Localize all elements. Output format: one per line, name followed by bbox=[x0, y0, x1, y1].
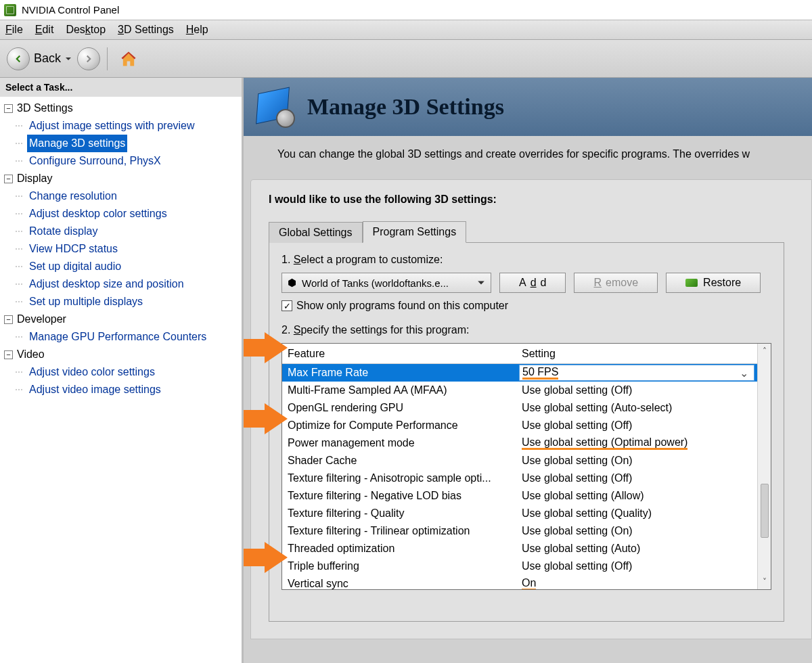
annotation-arrow-3 bbox=[244, 542, 288, 573]
table-row[interactable]: Texture filtering - QualityUse global se… bbox=[282, 505, 757, 522]
scroll-down-icon[interactable]: ˅ bbox=[760, 577, 769, 587]
menubar: File Edit Desktop 3D Settings Help bbox=[0, 20, 812, 40]
add-button[interactable]: Add bbox=[499, 273, 566, 293]
app-icon bbox=[4, 4, 16, 16]
tree-link[interactable]: Set up digital audio bbox=[27, 258, 123, 275]
tree-expander[interactable]: − bbox=[4, 315, 13, 324]
program-select-value: World of Tanks (worldoftanks.e... bbox=[302, 277, 449, 289]
tree-category[interactable]: 3D Settings bbox=[17, 99, 73, 117]
show-only-checkbox-row[interactable]: ✓ Show only programs found on this compu… bbox=[281, 300, 771, 312]
table-row[interactable]: Texture filtering - Trilinear optimizati… bbox=[282, 522, 757, 540]
remove-button[interactable]: Remove bbox=[574, 273, 658, 293]
table-row[interactable]: Shader CacheUse global setting (On) bbox=[282, 452, 757, 470]
toolbar-separator bbox=[107, 47, 108, 70]
tree-link[interactable]: View HDCP status bbox=[27, 240, 120, 258]
tree-link[interactable]: Adjust desktop size and position bbox=[27, 275, 186, 293]
table-header: Feature Setting bbox=[282, 344, 757, 364]
chevron-down-icon bbox=[477, 279, 485, 287]
menu-edit[interactable]: Edit bbox=[35, 24, 54, 36]
tab-body: 1. Select a program to customize: ⬢ Worl… bbox=[269, 243, 784, 622]
table-row[interactable]: Vertical syncOn bbox=[282, 575, 757, 589]
sidebar-title: Select a Task... bbox=[0, 78, 242, 97]
tree-link[interactable]: Adjust video color settings bbox=[27, 363, 157, 381]
task-tree: −3D SettingsAdjust image settings with p… bbox=[0, 97, 242, 398]
arrow-right-icon bbox=[83, 53, 95, 65]
back-button-group[interactable]: Back bbox=[7, 47, 72, 70]
titlebar: NVIDIA Control Panel bbox=[0, 0, 812, 20]
menu-help[interactable]: Help bbox=[186, 24, 208, 36]
tree-expander[interactable]: − bbox=[4, 104, 13, 113]
restore-button[interactable]: Restore bbox=[666, 273, 761, 293]
chevron-down-icon[interactable] bbox=[65, 55, 72, 62]
col-feature: Feature bbox=[282, 348, 519, 360]
page-header: Manage 3D Settings bbox=[244, 78, 812, 136]
home-icon bbox=[119, 49, 138, 68]
tree-link[interactable]: Adjust image settings with preview bbox=[27, 117, 197, 135]
window-title: NVIDIA Control Panel bbox=[22, 4, 119, 16]
page-header-icon bbox=[253, 86, 295, 128]
scrollbar[interactable]: ˄ ˅ bbox=[757, 344, 771, 589]
col-setting: Setting bbox=[519, 348, 757, 360]
tree-category[interactable]: Developer bbox=[17, 311, 66, 328]
tree-expander[interactable]: − bbox=[4, 350, 13, 359]
tab-global-settings[interactable]: Global Settings bbox=[269, 222, 363, 243]
table-row[interactable]: Multi-Frame Sampled AA (MFAA)Use global … bbox=[282, 382, 757, 399]
tree-link[interactable]: Manage 3D settings bbox=[27, 135, 127, 152]
table-row[interactable]: Max Frame Rate50 FPS⌄ bbox=[282, 364, 757, 382]
content-pane: Manage 3D Settings You can change the gl… bbox=[244, 78, 812, 663]
table-row[interactable]: OpenGL rendering GPUUse global setting (… bbox=[282, 399, 757, 417]
tree-link[interactable]: Configure Surround, PhysX bbox=[27, 152, 163, 170]
tree-category[interactable]: Display bbox=[17, 170, 52, 187]
home-button[interactable] bbox=[117, 47, 140, 70]
step2-label: 2. Specify the settings for this program… bbox=[281, 324, 771, 336]
back-button[interactable] bbox=[7, 47, 30, 70]
settings-table: Feature Setting Max Frame Rate50 FPS⌄Mul… bbox=[281, 343, 771, 590]
menu-desktop[interactable]: Desktop bbox=[66, 24, 106, 36]
program-select[interactable]: ⬢ World of Tanks (worldoftanks.e... bbox=[281, 273, 491, 293]
page-title: Manage 3D Settings bbox=[307, 94, 504, 120]
scroll-thumb[interactable] bbox=[761, 484, 769, 538]
tab-program-settings[interactable]: Program Settings bbox=[363, 221, 467, 243]
forward-button[interactable] bbox=[77, 47, 100, 70]
task-sidebar: Select a Task... −3D SettingsAdjust imag… bbox=[0, 78, 244, 663]
step1-label: 1. Select a program to customize: bbox=[281, 254, 771, 266]
toolbar: Back bbox=[0, 40, 812, 78]
show-only-label: Show only programs found on this compute… bbox=[296, 300, 508, 312]
program-icon: ⬢ bbox=[288, 277, 296, 289]
annotation-arrow-2 bbox=[244, 403, 288, 434]
annotation-arrow-1 bbox=[244, 332, 288, 363]
tree-link[interactable]: Set up multiple displays bbox=[27, 293, 145, 311]
settings-card: I would like to use the following 3D set… bbox=[250, 179, 812, 639]
tabs: Global Settings Program Settings bbox=[269, 221, 784, 243]
table-row[interactable]: Optimize for Compute PerformanceUse glob… bbox=[282, 417, 757, 434]
tree-link[interactable]: Change resolution bbox=[27, 187, 119, 205]
menu-file[interactable]: File bbox=[5, 24, 23, 36]
chevron-down-icon[interactable]: ⌄ bbox=[740, 367, 748, 380]
tree-link[interactable]: Adjust desktop color settings bbox=[27, 205, 169, 223]
settings-lead: I would like to use the following 3D set… bbox=[269, 193, 805, 206]
table-row[interactable]: Texture filtering - Anisotropic sample o… bbox=[282, 470, 757, 487]
tree-expander[interactable]: − bbox=[4, 175, 13, 183]
show-only-checkbox[interactable]: ✓ bbox=[281, 300, 292, 311]
table-row[interactable]: Power management modeUse global setting … bbox=[282, 434, 757, 452]
tree-category[interactable]: Video bbox=[17, 346, 45, 363]
table-row[interactable]: Texture filtering - Negative LOD biasUse… bbox=[282, 487, 757, 505]
table-row[interactable]: Threaded optimizationUse global setting … bbox=[282, 540, 757, 557]
back-label: Back bbox=[34, 51, 61, 66]
tree-link[interactable]: Manage GPU Performance Counters bbox=[27, 328, 208, 346]
tree-link[interactable]: Adjust video image settings bbox=[27, 381, 163, 398]
arrow-left-icon bbox=[12, 53, 24, 65]
tree-link[interactable]: Rotate display bbox=[27, 223, 99, 240]
scroll-up-icon[interactable]: ˄ bbox=[760, 346, 769, 356]
menu-3d-settings[interactable]: 3D Settings bbox=[118, 24, 174, 36]
page-intro: You can change the global 3D settings an… bbox=[244, 136, 812, 179]
table-row[interactable]: Triple bufferingUse global setting (Off) bbox=[282, 557, 757, 575]
